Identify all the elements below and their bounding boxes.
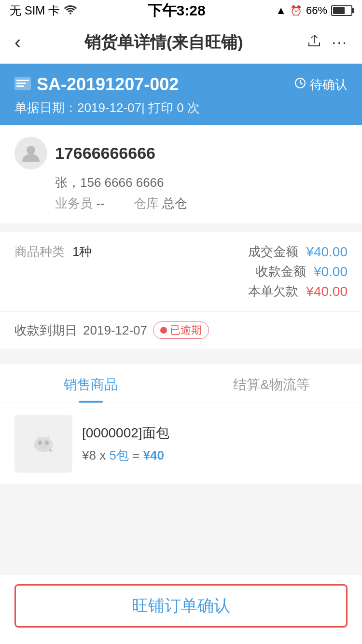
order-banner: SA-20191207-002 待确认 单据日期：2019-12-07| 打印 … — [0, 64, 362, 125]
received-label: 收款金额 — [256, 263, 306, 280]
order-date: 单据日期：2019-12-07| 打印 0 次 — [14, 99, 348, 116]
svg-point-5 — [27, 146, 35, 154]
divider-1 — [0, 224, 362, 232]
order-icon — [14, 74, 31, 95]
customer-name: 张，156 6666 6666 — [55, 174, 348, 191]
customer-phone[interactable]: 17666666666 — [55, 144, 155, 163]
product-info: [0000002]面包 ¥8 x 5包 = ¥40 — [82, 415, 348, 473]
page-title: 销货单详情(来自旺铺) — [84, 31, 243, 54]
battery-icon — [331, 5, 352, 16]
product-equals: = — [129, 448, 143, 462]
alarm-icon: ⏰ — [290, 5, 302, 16]
svg-rect-3 — [16, 85, 24, 87]
overdue-dot-icon — [160, 327, 167, 334]
more-icon[interactable]: ··· — [332, 33, 348, 51]
summary-section: 商品种类 1种 成交金额 ¥40.00 收款金额 ¥0.00 本单欠款 ¥40.… — [0, 232, 362, 311]
svg-text:+: + — [49, 446, 53, 454]
tabs-header: 销售商品 结算&物流等 — [0, 364, 362, 403]
customer-section: 17666666666 张，156 6666 6666 业务员 -- 仓库 总仓 — [0, 125, 362, 224]
order-id: SA-20191207-002 — [14, 74, 179, 95]
battery-percent: 66% — [306, 4, 327, 17]
svg-point-10 — [45, 442, 48, 444]
product-total: ¥40 — [143, 448, 164, 462]
due-section: 收款到期日 2019-12-07 已逾期 — [0, 311, 362, 349]
product-price: ¥8 x — [82, 448, 109, 462]
svg-rect-2 — [16, 83, 26, 84]
order-status: 待确认 — [294, 76, 348, 93]
product-section: + [0000002]面包 ¥8 x 5包 = ¥40 — [0, 403, 362, 484]
product-thumbnail: + — [14, 415, 72, 473]
customer-meta: 业务员 -- 仓库 总仓 — [55, 195, 348, 212]
transaction-label: 成交金额 — [248, 243, 298, 260]
product-item: + [0000002]面包 ¥8 x 5包 = ¥40 — [14, 415, 348, 473]
status-bar: 无 SIM 卡 下午3:28 ▲ ⏰ 66% — [0, 0, 362, 21]
overdue-badge: 已逾期 — [153, 322, 209, 339]
nav-bar: ‹ 销货单详情(来自旺铺) ··· — [0, 21, 362, 64]
time-label: 下午3:28 — [148, 1, 206, 21]
product-type-value: 1种 — [72, 243, 92, 260]
svg-point-11 — [40, 446, 47, 449]
product-price-row: ¥8 x 5包 = ¥40 — [82, 447, 348, 464]
tab-settlement[interactable]: 结算&物流等 — [181, 364, 362, 403]
due-label: 收款到期日 — [14, 322, 77, 339]
share-icon[interactable] — [306, 33, 322, 52]
warehouse-value: 总仓 — [162, 196, 187, 210]
tabs-section: 销售商品 结算&物流等 + — [0, 364, 362, 484]
owed-label: 本单欠款 — [248, 283, 298, 300]
product-type-label: 商品种类 — [14, 243, 65, 260]
due-date: 2019-12-07 — [83, 323, 147, 338]
svg-rect-1 — [16, 80, 29, 81]
summary-right: 成交金额 ¥40.00 收款金额 ¥0.00 本单欠款 ¥40.00 — [248, 243, 348, 300]
divider-2 — [0, 349, 362, 356]
bottom-action: 旺铺订单确认 — [0, 574, 362, 644]
warehouse-label: 仓库 — [134, 196, 159, 210]
product-name: [0000002]面包 — [82, 424, 348, 442]
product-qty: 5包 — [109, 448, 128, 462]
tab-sales[interactable]: 销售商品 — [0, 364, 181, 403]
confirm-button[interactable]: 旺铺订单确认 — [14, 584, 348, 628]
back-button[interactable]: ‹ — [14, 31, 21, 53]
sales-label: 业务员 — [55, 196, 93, 210]
summary-left: 商品种类 1种 — [14, 243, 92, 260]
svg-point-9 — [39, 442, 41, 444]
nav-actions: ··· — [306, 33, 348, 52]
location-icon: ▲ — [276, 4, 286, 17]
received-value: ¥0.00 — [314, 264, 348, 280]
bottom-spacer — [0, 484, 362, 581]
owed-value: ¥40.00 — [306, 284, 348, 299]
avatar — [14, 137, 47, 169]
overdue-text: 已逾期 — [170, 323, 202, 337]
wifi-icon — [64, 4, 77, 17]
status-right: ▲ ⏰ 66% — [276, 4, 352, 17]
transaction-value: ¥40.00 — [306, 244, 348, 260]
status-left: 无 SIM 卡 — [10, 3, 77, 18]
clock-icon — [294, 77, 306, 92]
carrier-label: 无 SIM 卡 — [10, 3, 60, 18]
